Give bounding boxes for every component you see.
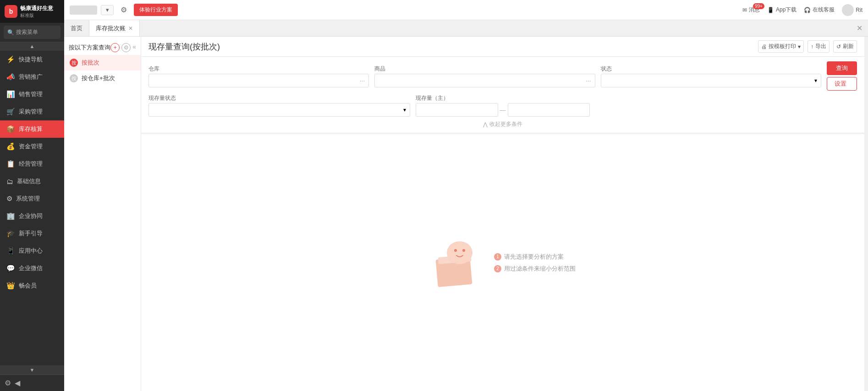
sidebar-item-member[interactable]: 👑 畅会员 [0, 277, 64, 294]
filter-row-1: 仓库 ··· 商品 ··· 状态 [148, 61, 857, 91]
sidebar-brand: 畅康通好生意 标准版 [20, 5, 53, 19]
sidebar-item-inventory[interactable]: 📦 库存核算 [0, 120, 64, 138]
sidebar-item-finance[interactable]: 💰 资金管理 [0, 138, 64, 155]
message-badge: 99+ [753, 3, 764, 9]
template-print-btn[interactable]: 🖨 按模板打印 ▾ [758, 40, 804, 53]
empty-step-2: 2 用过滤条件来缩小分析范围 [494, 265, 576, 273]
right-scrollbar[interactable] [864, 37, 868, 391]
inventory-quantity-range: — [416, 103, 590, 117]
tab-home-label: 首页 [71, 24, 82, 33]
breadcrumb-dropdown[interactable]: ▾ [101, 5, 114, 15]
filter-area: 仓库 ··· 商品 ··· 状态 [141, 57, 864, 133]
sidebar-item-label: 基础信息 [17, 177, 41, 185]
quick-nav-icon: ⚡ [6, 55, 15, 64]
filter-warehouse-field: 仓库 ··· [148, 65, 369, 87]
search-icon: 🔍 [7, 29, 14, 36]
warehouse-label: 仓库 [148, 65, 369, 73]
experience-btn[interactable]: 体验行业方案 [134, 4, 178, 16]
basic-icon: 🗂 [6, 178, 13, 185]
left-panel-icons: + ⚙ « [110, 43, 136, 52]
settings-btn[interactable]: 设置 [827, 77, 857, 91]
scroll-down-btn[interactable]: ▼ [0, 365, 64, 375]
product-more-icon: ··· [586, 77, 591, 84]
sidebar-item-wechat[interactable]: 💬 企业微信 [0, 260, 64, 277]
company-name: 畅康通好生意 [20, 5, 53, 12]
left-panel: 按以下方案查询 + ⚙ « 按 按批次 按 按仓库+批次 [64, 37, 141, 391]
tab-inventory-batch[interactable]: 库存批次账 ✕ [89, 20, 140, 36]
sidebar-item-newbie[interactable]: 🎓 新手引导 [0, 225, 64, 242]
username-label: Rit [856, 7, 863, 13]
message-btn[interactable]: ✉ 消息 99+ [742, 6, 760, 14]
message-icon: ✉ [742, 7, 747, 13]
plan-settings-btn[interactable]: ⚙ [121, 43, 131, 52]
left-panel-header: 按以下方案查询 + ⚙ « [64, 40, 141, 55]
app-download-label: App下载 [776, 6, 797, 14]
collapse-more-label: 收起更多条件 [489, 120, 522, 128]
refresh-btn[interactable]: ↺ 刷新 [833, 40, 857, 53]
avatar [842, 4, 854, 16]
sidebar-item-label: 系统管理 [16, 195, 40, 203]
sidebar-item-purchase[interactable]: 🛒 采购管理 [0, 103, 64, 120]
sidebar-item-label: 销售管理 [19, 90, 43, 98]
status-label: 状态 [601, 65, 821, 73]
close-all-tabs-btn[interactable]: ✕ [851, 24, 868, 33]
status-select[interactable]: ▾ [601, 74, 821, 87]
sidebar-item-label: 经营管理 [19, 160, 43, 168]
main-panel: 现存量查询(按批次) 🖨 按模板打印 ▾ ↑ 导出 ↺ 刷新 [141, 37, 864, 391]
tabs-bar: 首页 库存批次账 ✕ ✕ [64, 20, 868, 37]
sidebar-item-enterprise[interactable]: 🏢 企业协同 [0, 207, 64, 225]
newbie-icon: 🎓 [6, 229, 15, 238]
collapse-panel-btn[interactable]: « [132, 43, 136, 52]
enterprise-icon: 🏢 [6, 212, 15, 220]
add-plan-btn[interactable]: + [110, 43, 120, 52]
quantity-min-input[interactable] [416, 103, 498, 117]
template-print-label: 按模板打印 [769, 43, 796, 50]
page-header-actions: 🖨 按模板打印 ▾ ↑ 导出 ↺ 刷新 [758, 40, 857, 53]
settings-footer-btn[interactable]: ⚙ [5, 379, 11, 387]
sidebar: b 畅康通好生意 标准版 🔍 搜索菜单 ▲ ⚡ 快捷导航 📣 营销推广 📊 销售… [0, 0, 64, 391]
sidebar-item-label: 库存核算 [19, 125, 43, 133]
collapse-more-btn[interactable]: ⋀ 收起更多条件 [148, 120, 857, 128]
sidebar-item-operation[interactable]: 📋 经营管理 [0, 155, 64, 173]
product-label: 商品 [374, 65, 595, 73]
plan-item-by-warehouse-batch[interactable]: 按 按仓库+批次 [64, 71, 141, 86]
range-dash: — [500, 107, 506, 114]
quantity-max-input[interactable] [508, 103, 590, 117]
plan-item-by-batch[interactable]: 按 按批次 [64, 55, 141, 71]
sidebar-item-basic[interactable]: 🗂 基础信息 [0, 173, 64, 190]
product-input[interactable]: ··· [374, 74, 595, 87]
sidebar-item-label: 应用中心 [19, 247, 43, 255]
scroll-up-btn[interactable]: ▲ [0, 42, 64, 51]
system-icon: ⚙ [6, 195, 12, 203]
export-btn[interactable]: ↑ 导出 [808, 40, 830, 53]
app-download-btn[interactable]: 📱 App下载 [767, 6, 797, 14]
inventory-status-select[interactable]: ▾ [148, 103, 410, 117]
tab-inventory-batch-close[interactable]: ✕ [128, 25, 133, 32]
sidebar-item-app-center[interactable]: 📱 应用中心 [0, 242, 64, 260]
sidebar-item-marketing[interactable]: 📣 营销推广 [0, 68, 64, 86]
warehouse-more-icon: ··· [360, 77, 365, 84]
phone-icon: 📱 [767, 7, 774, 13]
search-menu[interactable]: 🔍 搜索菜单 [4, 26, 60, 39]
sidebar-item-system[interactable]: ⚙ 系统管理 [0, 190, 64, 207]
tab-home[interactable]: 首页 [64, 20, 89, 36]
step-2-text: 用过滤条件来缩小分析范围 [504, 265, 576, 273]
svg-point-2 [447, 241, 472, 264]
topbar: ▾ ⚙ 体验行业方案 ✉ 消息 99+ 📱 App下载 🎧 在线客服 Rit [64, 0, 868, 20]
sidebar-item-label: 采购管理 [19, 108, 43, 116]
filter-row-2: 现存量状态 ▾ 现存量（主） — [148, 94, 857, 117]
sidebar-item-label: 企业协同 [19, 212, 43, 220]
sidebar-item-quick-nav[interactable]: ⚡ 快捷导航 [0, 51, 64, 68]
page-title: 现存量查询(按批次) [148, 41, 220, 52]
filter-product-field: 商品 ··· [374, 65, 595, 87]
plan-icon-warehouse-batch: 按 [70, 74, 78, 82]
user-avatar-btn[interactable]: Rit [842, 4, 863, 16]
settings-gear-btn[interactable]: ⚙ [117, 4, 130, 16]
collapse-sidebar-btn[interactable]: ◀ [15, 379, 20, 387]
sidebar-item-sales[interactable]: 📊 销售管理 [0, 86, 64, 103]
warehouse-input[interactable]: ··· [148, 74, 369, 87]
content-area: 按以下方案查询 + ⚙ « 按 按批次 按 按仓库+批次 现存量查询(按批次) [64, 37, 868, 391]
online-service-btn[interactable]: 🎧 在线客服 [804, 6, 835, 14]
query-btn[interactable]: 查询 [827, 61, 857, 75]
sidebar-footer: ⚙ ◀ [0, 375, 64, 391]
